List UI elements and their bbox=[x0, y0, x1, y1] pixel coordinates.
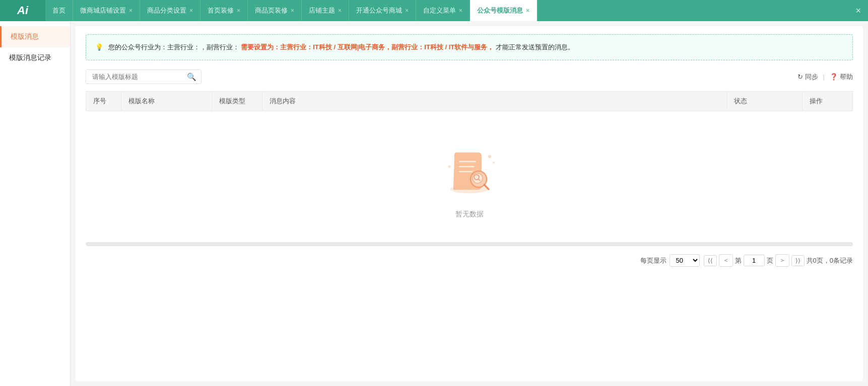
notice-box: 💡 您的公众号行业为：主营行业：，副营行业： 需要设置为：主营行业：IT科技 /… bbox=[86, 34, 853, 60]
col-header-name: 模版名称 bbox=[121, 92, 212, 111]
empty-row: 暂无数据 bbox=[86, 111, 853, 240]
help-button[interactable]: ❓ 帮助 bbox=[830, 72, 853, 82]
page-size-label: 每页显示 bbox=[640, 256, 666, 265]
close-tab-custom-menu[interactable]: × bbox=[459, 8, 462, 14]
notice-suffix: 才能正常发送预置的消息。 bbox=[496, 43, 574, 51]
close-tab-home-decoration[interactable]: × bbox=[237, 8, 240, 14]
page-next-button[interactable]: ＞ bbox=[775, 254, 789, 267]
logo: Ai bbox=[0, 0, 45, 21]
nav-tab-store-theme[interactable]: 店铺主题× bbox=[302, 0, 349, 21]
page-prev-button[interactable]: ＜ bbox=[719, 254, 733, 267]
svg-point-11 bbox=[448, 166, 450, 168]
search-actions: ↻ 同步 | ❓ 帮助 bbox=[797, 72, 853, 82]
page-label-post: 页 bbox=[767, 256, 773, 265]
nav-tab-home[interactable]: 首页 bbox=[45, 0, 73, 21]
empty-illustration bbox=[439, 141, 500, 202]
nav-tabs-container: 首页微商城店铺设置×商品分类设置×首页装修×商品页装修×店铺主题×开通公众号商城… bbox=[45, 0, 848, 21]
nav-tab-product-decoration[interactable]: 商品页装修× bbox=[248, 0, 302, 21]
close-tab-template-msg[interactable]: × bbox=[526, 8, 529, 14]
page-label-pre: 第 bbox=[735, 256, 742, 265]
scrollbar-track[interactable] bbox=[86, 242, 853, 246]
empty-text: 暂无数据 bbox=[86, 210, 853, 219]
sidebar: 模版消息模版消息记录 bbox=[0, 21, 71, 386]
pagination-bar: 每页显示 102050100 ⟨⟨ ＜ 第 页 ＞ ⟩⟩ 共0页，0条记录 bbox=[86, 254, 853, 272]
sync-button[interactable]: ↻ 同步 bbox=[797, 72, 818, 82]
col-header-content: 消息内容 bbox=[262, 92, 727, 111]
search-bar: 🔍 ↻ 同步 | ❓ 帮助 bbox=[86, 69, 853, 84]
sync-icon: ↻ bbox=[797, 73, 803, 81]
nav-tab-custom-menu[interactable]: 自定义菜单× bbox=[416, 0, 470, 21]
divider: | bbox=[823, 73, 825, 81]
col-header-no: 序号 bbox=[86, 92, 121, 111]
data-table: 序号模版名称模版类型消息内容状态操作 bbox=[86, 91, 853, 239]
page-navigation: ⟨⟨ ＜ 第 页 ＞ ⟩⟩ 共0页，0条记录 bbox=[704, 254, 853, 267]
close-tab-product-decoration[interactable]: × bbox=[291, 8, 294, 14]
close-tab-product-category[interactable]: × bbox=[189, 8, 193, 14]
col-header-status: 状态 bbox=[727, 92, 803, 111]
nav-tab-shop-settings[interactable]: 微商城店铺设置× bbox=[73, 0, 140, 21]
page-size-dropdown[interactable]: 102050100 bbox=[670, 254, 700, 267]
close-tab-shop-settings[interactable]: × bbox=[129, 8, 132, 14]
page-summary: 共0页，0条记录 bbox=[807, 256, 853, 265]
nav-tab-product-category[interactable]: 商品分类设置× bbox=[140, 0, 201, 21]
table-header: 序号模版名称模版类型消息内容状态操作 bbox=[86, 92, 853, 111]
help-icon: ❓ bbox=[830, 73, 838, 81]
col-header-action: 操作 bbox=[803, 92, 853, 111]
sidebar-item-template-message[interactable]: 模版消息 bbox=[0, 26, 70, 47]
search-input-wrap: 🔍 bbox=[86, 69, 202, 84]
notice-icon: 💡 bbox=[95, 43, 103, 51]
page-last-button[interactable]: ⟩⟩ bbox=[791, 255, 805, 266]
global-close-button[interactable]: × bbox=[848, 6, 868, 16]
nav-tab-template-msg[interactable]: 公众号模版消息× bbox=[470, 0, 537, 21]
page-size-select: 每页显示 102050100 bbox=[640, 254, 700, 267]
empty-state: 暂无数据 bbox=[86, 111, 853, 239]
table-body: 暂无数据 bbox=[86, 111, 853, 240]
notice-highlight: 需要设置为：主营行业：IT科技 / 互联网|电子商务，副营行业：IT科技 / I… bbox=[241, 43, 494, 51]
svg-point-10 bbox=[493, 162, 495, 164]
close-tab-open-mall[interactable]: × bbox=[405, 8, 409, 14]
header-row: 序号模版名称模版类型消息内容状态操作 bbox=[86, 92, 853, 111]
nav-tab-home-decoration[interactable]: 首页装修× bbox=[201, 0, 248, 21]
help-label: 帮助 bbox=[840, 72, 853, 82]
main-layout: 模版消息模版消息记录 💡 您的公众号行业为：主营行业：，副营行业： 需要设置为：… bbox=[0, 21, 868, 386]
sync-label: 同步 bbox=[805, 72, 818, 82]
nav-tab-open-mall[interactable]: 开通公众号商城× bbox=[349, 0, 416, 21]
search-input[interactable] bbox=[86, 69, 202, 84]
logo-text: Ai bbox=[17, 4, 28, 17]
sidebar-item-template-message-log[interactable]: 模版消息记录 bbox=[0, 47, 70, 68]
close-tab-store-theme[interactable]: × bbox=[338, 8, 342, 14]
content-area: 💡 您的公众号行业为：主营行业：，副营行业： 需要设置为：主营行业：IT科技 /… bbox=[76, 26, 863, 381]
col-header-type: 模版类型 bbox=[212, 92, 262, 111]
search-icon[interactable]: 🔍 bbox=[187, 72, 196, 82]
page-number-input[interactable] bbox=[744, 255, 765, 266]
svg-point-9 bbox=[488, 155, 491, 158]
notice-prefix: 您的公众号行业为：主营行业：，副营行业： bbox=[108, 43, 239, 51]
page-first-button[interactable]: ⟨⟨ bbox=[704, 255, 717, 266]
top-navigation: Ai 首页微商城店铺设置×商品分类设置×首页装修×商品页装修×店铺主题×开通公众… bbox=[0, 0, 868, 21]
